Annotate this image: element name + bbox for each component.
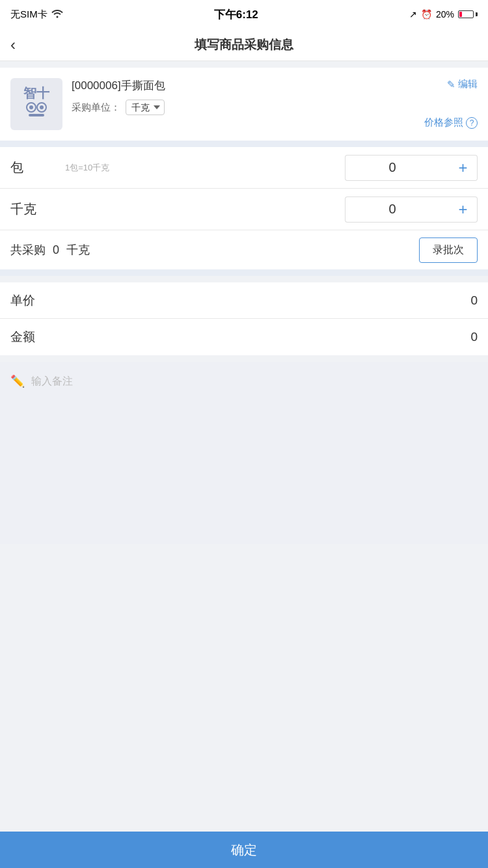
unit-price-label: 单价 [10,292,35,309]
kg-plus-button[interactable]: + [449,197,478,223]
pencil-icon: ✏️ [10,374,25,388]
svg-point-1 [29,105,33,109]
unit-label: 采购单位： [72,102,120,114]
unit-price-row: 单价 0 [0,282,488,319]
help-icon: ? [466,117,478,129]
edit-label: 编辑 [458,78,478,90]
amount-row: 金额 0 [0,319,488,355]
status-right: ↗ ⏰ 20% [409,9,478,20]
input-section: 包 1包=10千克 + 千克 + [0,147,488,230]
signal-text: 无SIM卡 [10,8,47,21]
wifi-icon [51,9,63,20]
unit-select[interactable]: 千克 包 [126,100,165,115]
product-info: [0000006]手撕面包 采购单位： 千克 包 [72,78,478,115]
notes-placeholder: 输入备注 [31,375,73,388]
price-ref-label: 价格参照 [424,116,463,129]
summary-suffix: 千克 [66,243,90,256]
back-button[interactable]: ‹ [10,31,21,59]
bag-label: 包 [10,159,62,176]
nav-bar: ‹ 填写商品采购信息 [0,29,488,61]
amount-value: 0 [470,330,478,344]
product-logo: 智十 [23,87,49,122]
edit-link[interactable]: ✎ 编辑 [447,78,478,90]
location-icon: ↗ [409,9,417,20]
section-divider-1 [0,141,488,147]
notes-section[interactable]: ✏️ 输入备注 [0,362,488,401]
battery-indicator [458,10,478,18]
bag-sublabel: 1包=10千克 [65,162,109,174]
section-divider-2 [0,269,488,276]
kg-quantity-input[interactable] [345,197,449,223]
summary-row: 共采购 0 千克 录批次 [0,230,488,269]
summary-amount: 0 [53,243,59,256]
alarm-icon: ⏰ [421,9,432,20]
record-batch-button[interactable]: 录批次 [419,237,478,263]
bag-input-row: 包 1包=10千克 + [0,147,488,189]
summary-prefix: 共采购 [10,243,46,256]
confirm-btn-label: 确定 [231,841,257,859]
page-title: 填写商品采购信息 [195,36,293,53]
status-left: 无SIM卡 [10,8,63,21]
product-image: 智十 [10,78,62,130]
status-bar: 无SIM卡 下午6:12 ↗ ⏰ 20% [0,0,488,29]
amount-label: 金额 [10,329,35,346]
price-ref-link[interactable]: 价格参照 ? [424,116,478,129]
kg-label: 千克 [10,200,62,218]
product-name: [0000006]手撕面包 [72,78,478,93]
bag-input-right: + [345,155,478,181]
svg-point-3 [40,105,44,109]
unit-price-value: 0 [470,293,478,308]
confirm-button[interactable]: 确定 [0,832,488,868]
bag-plus-button[interactable]: + [449,155,478,181]
product-card: 智十 [0000006]手撕面包 采购单位： 千克 包 ✎ 编辑 价格参照 ? [0,68,488,141]
kg-input-row: 千克 + [0,189,488,230]
svg-rect-4 [29,114,44,116]
content-spacer [0,401,488,544]
summary-text: 共采购 0 千克 [10,242,90,258]
status-time: 下午6:12 [214,7,258,22]
kg-input-right: + [345,197,478,223]
edit-icon: ✎ [447,79,455,90]
pricing-section: 单价 0 金额 0 [0,282,488,355]
bag-quantity-input[interactable] [345,155,449,181]
battery-percent: 20% [436,9,454,20]
product-unit-row: 采购单位： 千克 包 [72,100,478,115]
